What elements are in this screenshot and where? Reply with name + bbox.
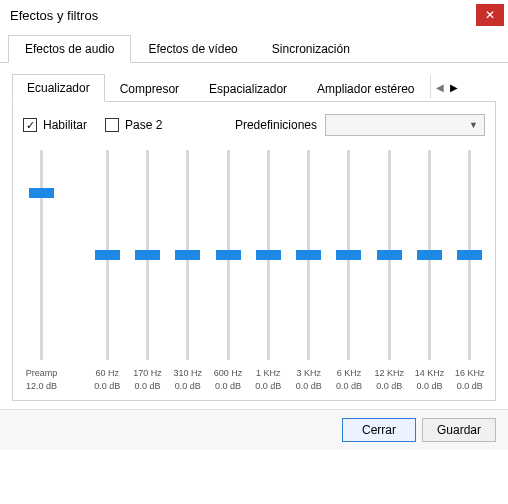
preamp-value: 12.0 dB — [26, 381, 57, 392]
subtab-nav: ◀ ▶ — [430, 75, 463, 99]
slider-thumb[interactable] — [296, 250, 321, 260]
save-button[interactable]: Guardar — [422, 418, 496, 442]
window-title: Efectos y filtros — [10, 8, 98, 23]
band-slider-14khz[interactable]: 14 KHz 0.0 dB — [414, 150, 444, 392]
chevron-down-icon: ▼ — [469, 120, 478, 130]
slider-thumb[interactable] — [95, 250, 120, 260]
slider-thumb[interactable] — [377, 250, 402, 260]
slider-thumb[interactable] — [457, 250, 482, 260]
sub-tabbar: Ecualizador Compresor Espacializador Amp… — [12, 73, 496, 102]
band-slider-1khz[interactable]: 1 KHz 0.0 dB — [253, 150, 283, 392]
subtab-stereo-widener[interactable]: Ampliador estéreo — [302, 75, 429, 102]
subtab-equalizer[interactable]: Ecualizador — [12, 74, 105, 102]
enable-checkbox[interactable]: Habilitar — [23, 118, 87, 132]
preamp-slider[interactable]: Preamp 12.0 dB — [23, 150, 60, 392]
tab-sync[interactable]: Sincronización — [255, 35, 367, 63]
main-tabbar: Efectos de audio Efectos de vídeo Sincro… — [0, 34, 508, 63]
slider-thumb[interactable] — [216, 250, 241, 260]
band-slider-6khz[interactable]: 6 KHz 0.0 dB — [334, 150, 364, 392]
preamp-label: Preamp — [26, 368, 58, 379]
checkbox-icon — [23, 118, 37, 132]
eq-sliders: Preamp 12.0 dB 60 Hz 0.0 dB 170 Hz 0.0 d… — [23, 146, 485, 392]
checkbox-icon — [105, 118, 119, 132]
pass2-label: Pase 2 — [125, 118, 162, 132]
pass2-checkbox[interactable]: Pase 2 — [105, 118, 162, 132]
band-slider-600hz[interactable]: 600 Hz 0.0 dB — [213, 150, 243, 392]
eq-controls-row: Habilitar Pase 2 Predefiniciones ▼ — [23, 114, 485, 136]
subtab-prev-icon[interactable]: ◀ — [433, 82, 447, 93]
slider-thumb[interactable] — [256, 250, 281, 260]
band-slider-60hz[interactable]: 60 Hz 0.0 dB — [92, 150, 122, 392]
window-titlebar: Efectos y filtros ✕ — [0, 0, 508, 30]
content-area: Ecualizador Compresor Espacializador Amp… — [0, 63, 508, 409]
presets-dropdown[interactable]: ▼ — [325, 114, 485, 136]
close-window-button[interactable]: ✕ — [476, 4, 504, 26]
band-slider-16khz[interactable]: 16 KHz 0.0 dB — [455, 150, 485, 392]
slider-thumb[interactable] — [336, 250, 361, 260]
presets-row: Predefiniciones ▼ — [235, 114, 485, 136]
close-icon: ✕ — [485, 8, 495, 22]
equalizer-panel: Habilitar Pase 2 Predefiniciones ▼ Pream… — [12, 102, 496, 401]
enable-label: Habilitar — [43, 118, 87, 132]
subtab-compressor[interactable]: Compresor — [105, 75, 194, 102]
band-slider-170hz[interactable]: 170 Hz 0.0 dB — [132, 150, 162, 392]
slider-track — [40, 150, 43, 360]
slider-thumb[interactable] — [175, 250, 200, 260]
slider-thumb[interactable] — [417, 250, 442, 260]
tab-audio-effects[interactable]: Efectos de audio — [8, 35, 131, 63]
dialog-footer: Cerrar Guardar — [0, 409, 508, 450]
tab-video-effects[interactable]: Efectos de vídeo — [131, 35, 254, 63]
close-button[interactable]: Cerrar — [342, 418, 416, 442]
band-slider-3khz[interactable]: 3 KHz 0.0 dB — [294, 150, 324, 392]
slider-thumb[interactable] — [135, 250, 160, 260]
subtab-spatializer[interactable]: Espacializador — [194, 75, 302, 102]
band-slider-12khz[interactable]: 12 KHz 0.0 dB — [374, 150, 404, 392]
band-slider-310hz[interactable]: 310 Hz 0.0 dB — [173, 150, 203, 392]
subtab-next-icon[interactable]: ▶ — [447, 82, 461, 93]
slider-thumb[interactable] — [29, 188, 54, 198]
presets-label: Predefiniciones — [235, 118, 317, 132]
